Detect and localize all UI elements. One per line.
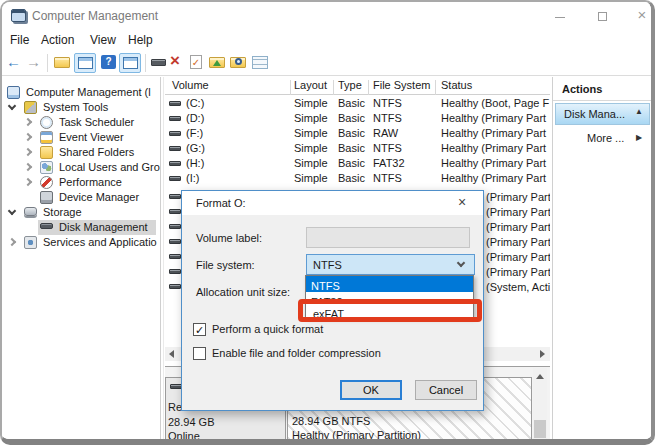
volume-icon <box>169 176 181 181</box>
storage-icon <box>24 207 37 216</box>
column-file-system[interactable]: File System <box>373 78 430 93</box>
tree-item-task-scheduler[interactable]: Task Scheduler <box>2 115 160 130</box>
table-row[interactable]: (C:) Simple Basic NTFS Healthy (Boot, Pa… <box>165 96 550 111</box>
task-scheduler-icon <box>40 116 53 129</box>
back-icon[interactable]: ← <box>6 52 21 72</box>
column-type[interactable]: Type <box>338 78 362 93</box>
compression-label: Enable file and folder compression <box>212 346 381 361</box>
cancel-button[interactable]: Cancel <box>415 380 477 400</box>
chevron-down-icon[interactable] <box>457 259 465 267</box>
table-row[interactable]: (F:) Simple Basic RAW Healthy (Primary P… <box>165 126 550 141</box>
file-system-combobox[interactable]: NTFS <box>306 254 475 275</box>
menu-action[interactable]: Action <box>41 30 74 50</box>
minimize-button[interactable] <box>550 8 570 26</box>
dialog-title: Format O: <box>196 196 246 211</box>
actions-group-disk-management[interactable]: Disk Mana... ▲ <box>555 103 650 125</box>
pane-splitter[interactable] <box>160 77 164 439</box>
menu-help[interactable]: Help <box>128 30 153 50</box>
chevron-right-icon[interactable] <box>24 163 32 171</box>
status-fragment: (Primary Part <box>486 265 550 280</box>
compression-checkbox[interactable] <box>193 347 206 360</box>
device-manager-icon <box>40 191 53 204</box>
menu-view[interactable]: View <box>90 30 116 50</box>
quick-format-checkbox[interactable]: ✓ <box>193 323 206 336</box>
status-fragment: (System, Acti <box>486 280 550 295</box>
table-row[interactable]: (I:) Simple Basic NTFS Healthy (Primary … <box>165 171 550 186</box>
quick-format-label: Perform a quick format <box>212 322 323 337</box>
chevron-down-icon[interactable] <box>8 102 16 110</box>
tree-item-performance[interactable]: Performance <box>2 175 160 190</box>
collapse-icon[interactable]: ▲ <box>635 107 643 116</box>
console-window-icon[interactable] <box>74 53 96 73</box>
table-row[interactable]: (G:) Simple Basic NTFS Healthy (Primary … <box>165 141 550 156</box>
tree-item-event-viewer[interactable]: Event Viewer <box>2 130 160 145</box>
chevron-right-icon[interactable] <box>24 118 32 126</box>
column-divider <box>333 80 334 95</box>
maximize-button[interactable] <box>592 8 612 26</box>
volume-label-input[interactable] <box>306 227 470 248</box>
format-dialog: Format O: × Volume label: File system: N… <box>181 190 484 411</box>
file-system-label: File system: <box>196 258 255 273</box>
window-frame: Computer Management × File Action View H… <box>0 0 655 445</box>
tree-item-shared-folders[interactable]: Shared Folders <box>2 145 160 160</box>
tree-item-local-users[interactable]: Local Users and Gro <box>2 160 160 175</box>
chevron-right-icon[interactable] <box>24 148 32 156</box>
vertical-scrollbar[interactable] <box>533 368 547 440</box>
help-icon[interactable]: ? <box>101 55 116 69</box>
dialog-close-icon[interactable]: × <box>458 194 466 210</box>
tree-item-storage[interactable]: Storage <box>2 205 160 220</box>
column-divider <box>435 80 436 95</box>
folder-up-icon[interactable] <box>209 57 225 68</box>
chevron-right-icon[interactable] <box>24 178 32 186</box>
disk-state: Online <box>168 429 200 444</box>
table-row[interactable]: (H:) Simple Basic FAT32 Healthy (Primary… <box>165 156 550 171</box>
tree-item-computer-management[interactable]: Computer Management (l <box>2 85 160 100</box>
tree-item-device-manager[interactable]: Device Manager <box>2 190 160 205</box>
properties-list-icon[interactable] <box>252 56 268 69</box>
delete-volume-icon[interactable]: × <box>170 51 180 71</box>
disk-management-icon <box>40 223 53 229</box>
menu-file[interactable]: File <box>10 30 29 50</box>
app-icon <box>11 9 26 22</box>
allocation-unit-label: Allocation unit size: <box>196 285 290 300</box>
scrollbar-thumb[interactable] <box>534 420 546 438</box>
table-row[interactable]: (D:) Simple Basic NTFS Healthy (Primary … <box>165 111 550 126</box>
volume-icon <box>169 116 181 121</box>
column-layout[interactable]: Layout <box>294 78 327 93</box>
shared-folders-icon <box>40 146 53 159</box>
scroll-left-button[interactable] <box>165 347 178 360</box>
column-volume[interactable]: Volume <box>172 78 209 93</box>
show-action-pane-icon[interactable] <box>119 53 141 73</box>
folder-search-icon[interactable] <box>230 57 246 68</box>
show-console-tree-icon[interactable] <box>54 57 70 68</box>
disk-name-fragment: Re <box>168 400 182 415</box>
menu-bar: File Action View Help <box>2 30 651 50</box>
chevron-right-icon[interactable] <box>8 238 16 246</box>
tree-item-disk-management[interactable]: Disk Management <box>2 220 160 235</box>
ok-button[interactable]: OK <box>340 380 402 400</box>
actions-more-item[interactable]: More ... ▶ <box>555 129 650 149</box>
check-document-icon[interactable]: ✓ <box>190 55 202 69</box>
disk-tool-icon[interactable] <box>151 59 166 66</box>
volume-icon <box>169 101 181 106</box>
scroll-up-button[interactable] <box>533 370 546 383</box>
chevron-right-icon[interactable] <box>24 133 32 141</box>
volume-icon <box>169 269 181 274</box>
option-ntfs[interactable]: NTFS <box>306 276 473 292</box>
actions-divider <box>553 100 653 101</box>
status-fragment: (Primary Part <box>486 190 550 205</box>
volume-icon <box>169 284 181 289</box>
title-bar: Computer Management × <box>2 2 651 30</box>
tree-item-system-tools[interactable]: System Tools <box>2 100 160 115</box>
volume-label-label: Volume label: <box>196 231 262 246</box>
column-status[interactable]: Status <box>441 78 472 93</box>
chevron-down-icon[interactable] <box>8 207 16 215</box>
expand-icon[interactable]: ▶ <box>636 133 642 142</box>
actions-pane: Actions Disk Mana... ▲ More ... ▶ <box>552 77 652 439</box>
close-button[interactable]: × <box>632 6 652 24</box>
actions-header: Actions <box>562 82 602 97</box>
disk-size: 28.94 GB <box>168 415 214 430</box>
forward-icon[interactable]: → <box>26 52 41 72</box>
tree-item-services-applications[interactable]: Services and Applicatio <box>2 235 160 250</box>
scroll-right-button[interactable] <box>536 347 549 360</box>
